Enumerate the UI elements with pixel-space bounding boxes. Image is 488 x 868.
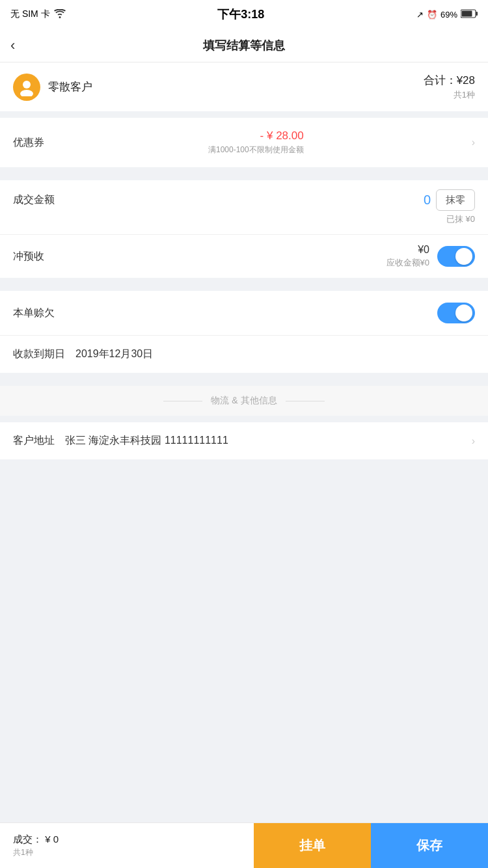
status-time: 下午3:18 [217, 7, 264, 22]
debt-card: 本单赊欠 收款到期日 2019年12月30日 [0, 291, 488, 373]
location-icon: ↗ [416, 10, 424, 20]
debt-row: 本单赊欠 [0, 291, 488, 335]
due-date-row: 收款到期日 2019年12月30日 [0, 336, 488, 373]
coupon-card: 优惠券 - ¥ 28.00 满1000-100不限制使用金额 › [0, 118, 488, 167]
debt-label: 本单赊欠 [13, 306, 55, 320]
battery-label: 69% [441, 10, 457, 20]
prepayment-right: ¥0 应收金额¥0 [386, 244, 475, 269]
transaction-amount-row: 成交金额 0 抹零 已抹 ¥0 [0, 180, 488, 234]
hang-button[interactable]: 挂单 [254, 823, 371, 869]
bottom-bar: 成交： ¥ 0 共1种 挂单 保存 [0, 822, 488, 868]
customer-card: 零散客户 合计：¥28 共1种 [0, 62, 488, 111]
svg-point-3 [23, 81, 31, 88]
divider-4 [0, 416, 488, 422]
address-card: 客户地址 张三 海淀永丰科技园 11111111111 › [0, 422, 488, 459]
due-date-value: 2019年12月30日 [75, 347, 153, 361]
wifi-icon [54, 9, 66, 20]
alarm-icon: ⏰ [427, 10, 437, 20]
total-count: 共1种 [424, 89, 475, 101]
prepayment-label: 冲预收 [13, 250, 44, 264]
address-row[interactable]: 客户地址 张三 海淀永丰科技园 11111111111 › [0, 422, 488, 459]
address-value: 张三 海淀永丰科技园 11111111111 [65, 434, 461, 448]
customer-right: 合计：¥28 共1种 [424, 73, 475, 101]
round-zero-button[interactable]: 抹零 [436, 189, 475, 211]
bottom-info: 成交： ¥ 0 共1种 [0, 834, 254, 858]
customer-row: 零散客户 合计：¥28 共1种 [0, 62, 488, 111]
svg-rect-2 [461, 10, 472, 16]
debt-toggle[interactable] [437, 303, 475, 323]
content: 零散客户 合计：¥28 共1种 优惠券 - ¥ 28.00 满1000-100不… [0, 62, 488, 511]
status-right: ↗ ⏰ 69% [416, 9, 478, 20]
bottom-deal-label: 成交： [13, 834, 42, 845]
transaction-amount-value: 0 [424, 193, 431, 208]
coupon-row[interactable]: 优惠券 - ¥ 28.00 满1000-100不限制使用金额 › [0, 118, 488, 167]
bottom-deal-value: ¥ 0 [45, 834, 59, 845]
svg-point-4 [20, 90, 33, 96]
customer-avatar [13, 74, 40, 101]
coupon-right: - ¥ 28.00 满1000-100不限制使用金额 [208, 129, 304, 156]
nav-bar: ‹ 填写结算等信息 [0, 29, 488, 62]
divider-3 [0, 379, 488, 386]
transaction-amount-sub: 已抹 ¥0 [13, 213, 475, 225]
battery-icon [461, 9, 478, 20]
coupon-label: 优惠券 [13, 136, 44, 150]
prepayment-toggle[interactable] [437, 246, 475, 267]
prepayment-row: 冲预收 ¥0 应收金额¥0 [0, 235, 488, 278]
due-date-label: 收款到期日 [13, 347, 65, 361]
prepayment-main-value: ¥0 [386, 244, 429, 256]
prepayment-sub-value: 应收金额¥0 [386, 257, 429, 269]
address-label: 客户地址 [13, 434, 55, 448]
coupon-chevron-icon: › [472, 137, 475, 148]
divider-2 [0, 284, 488, 291]
prepayment-amounts: ¥0 应收金额¥0 [386, 244, 429, 269]
customer-left: 零散客户 [13, 74, 92, 101]
customer-name: 零散客户 [48, 79, 92, 94]
svg-rect-1 [476, 12, 478, 16]
coupon-discount-amount: - ¥ 28.00 [208, 129, 304, 142]
logistics-section-header: 物流 & 其他信息 [0, 386, 488, 416]
logistics-label: 物流 & 其他信息 [211, 395, 277, 405]
divider-1 [0, 174, 488, 180]
total-amount: 合计：¥28 [424, 73, 475, 88]
transaction-amount-right: 0 抹零 [424, 189, 475, 211]
bottom-deal-amount: 成交： ¥ 0 [13, 834, 254, 846]
save-button[interactable]: 保存 [371, 823, 488, 869]
back-button[interactable]: ‹ [10, 37, 15, 54]
page-title: 填写结算等信息 [203, 38, 285, 53]
address-chevron-icon: › [472, 435, 475, 447]
coupon-description: 满1000-100不限制使用金额 [208, 144, 304, 156]
transaction-card: 成交金额 0 抹零 已抹 ¥0 冲预收 ¥0 应收金额¥0 [0, 180, 488, 278]
status-left: 无 SIM 卡 [10, 8, 66, 20]
status-bar: 无 SIM 卡 下午3:18 ↗ ⏰ 69% [0, 0, 488, 29]
bottom-count: 共1种 [13, 847, 254, 858]
transaction-amount-label: 成交金额 [13, 193, 55, 207]
no-sim-label: 无 SIM 卡 [10, 8, 50, 20]
